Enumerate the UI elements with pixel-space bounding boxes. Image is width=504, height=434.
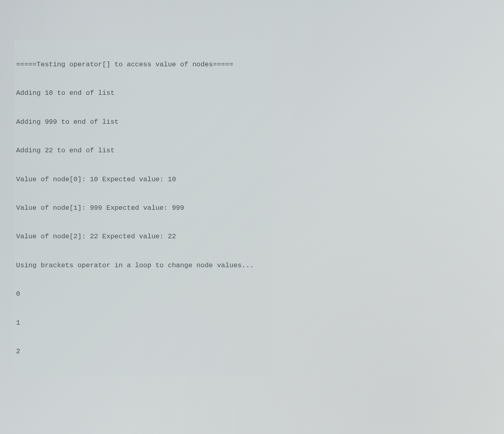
section-header: =====Testing operator[] to access value … [16, 60, 272, 70]
output-line: Adding 22 to end of list [16, 146, 272, 156]
section-operator-test: =====Testing operator[] to access value … [14, 40, 272, 376]
terminal-output: =====Testing operator[] to access value … [16, 11, 488, 434]
output-line: 1 [16, 318, 272, 328]
output-line: Adding 999 to end of list [16, 117, 272, 127]
output-line: Value of node[0]: 10 Expected value: 10 [16, 175, 272, 184]
output-line: Adding 10 to end of list [16, 88, 272, 98]
output-line: Using brackets operator in a loop to cha… [16, 261, 272, 270]
output-line: 0 [16, 289, 272, 299]
section-removeat-test: =====Testing RemoveAt() and clearing wit… [16, 414, 488, 434]
output-line: Value of node[2]: 22 Expected value: 22 [16, 232, 272, 242]
output-line: Value of node[1]: 999 Expected value: 99… [16, 203, 272, 213]
output-line: 2 [16, 347, 272, 356]
